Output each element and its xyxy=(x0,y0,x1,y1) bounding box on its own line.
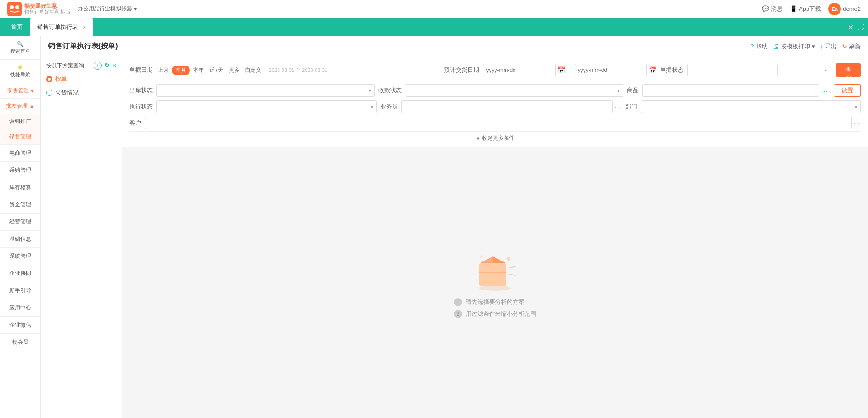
collapse-scheme-button[interactable]: « xyxy=(113,62,116,70)
date-tab-custom[interactable]: 自定义 xyxy=(243,66,264,75)
sidebar-item-operation[interactable]: 经营管理 xyxy=(0,214,40,231)
close-window-icon[interactable]: ✕ xyxy=(848,23,854,32)
empty-state: 1 请先选择要分析的方案 2 用过滤条件来缩小分析范围 xyxy=(454,247,536,318)
sidebar-item-appstore[interactable]: 应用中心 xyxy=(0,299,40,317)
tab-close-icon[interactable]: × xyxy=(83,24,86,30)
ship-status-label: 出库状态 xyxy=(129,86,153,95)
sidebar-item-sales[interactable]: 销售管理 xyxy=(0,129,40,145)
app-download-button[interactable]: 📱 App下载 xyxy=(790,5,821,13)
refresh-button[interactable]: ↻ 刷新 xyxy=(842,43,861,51)
exec-status-select[interactable] xyxy=(156,100,377,113)
dept-select[interactable] xyxy=(641,100,861,113)
page-title: 销售订单执行表(按单) xyxy=(48,42,118,51)
sidebar-item-shortcut[interactable]: ⚡ 快捷导航 xyxy=(0,60,40,83)
ecommerce-label: 电商管理 xyxy=(9,149,31,157)
wholesale-arrow: ▲ xyxy=(29,103,35,109)
salesperson-dots-icon[interactable]: ··· xyxy=(614,103,622,111)
date-range-text: 2023-03-01 至 2023-03-31 xyxy=(267,67,441,74)
sidebar-item-basic[interactable]: 基础信息 xyxy=(0,231,40,248)
export-icon: ↓ xyxy=(821,43,824,50)
system-label: 系统管理 xyxy=(9,252,31,260)
sidebar-item-search[interactable]: 🔍 搜索菜单 xyxy=(0,36,40,60)
help-button[interactable]: ? 帮助 xyxy=(750,43,767,51)
goods-group: ··· 设置 xyxy=(642,84,861,97)
scheme-item-shortage[interactable]: 欠货情况 xyxy=(41,86,122,100)
sidebar-item-marketing[interactable]: 营销推广 xyxy=(0,114,40,129)
empty-tip-2: 2 用过滤条件来缩小分析范围 xyxy=(454,310,536,318)
empty-tip-1: 1 请先选择要分析的方案 xyxy=(454,298,536,306)
goods-label: 商品 xyxy=(627,86,639,95)
tip-num-2: 2 xyxy=(454,310,462,318)
date-separator: — xyxy=(567,67,573,74)
scheme-item-by-order[interactable]: 按单 xyxy=(41,72,122,86)
main-layout: 🔍 搜索菜单 ⚡ 快捷导航 零售管理 ▾ 批发管理 ▲ 营销推广 销售管理 电商… xyxy=(0,36,868,418)
tab-home[interactable]: 首页 xyxy=(4,18,30,36)
forecast-date-end[interactable] xyxy=(575,64,647,76)
content-area: 销售订单执行表(按单) ? 帮助 🖨 按模板打印 ▾ ↓ 导出 ↻ 刷新 xyxy=(41,36,868,418)
settings-button[interactable]: 设置 xyxy=(834,84,861,97)
sidebar-item-system[interactable]: 系统管理 xyxy=(0,248,40,265)
date-filter-group: 单据日期 上月 本月 本年 近7天 更多 自定义 xyxy=(129,66,264,75)
sidebar-item-ecommerce[interactable]: 电商管理 xyxy=(0,145,40,162)
scheme-item-label: 按单 xyxy=(55,75,67,83)
date-tab-last-month[interactable]: 上月 xyxy=(156,66,171,75)
sidebar-sub-marketing[interactable]: 营销推广 xyxy=(0,114,40,129)
avatar: Ea xyxy=(828,3,841,15)
tip-num-1: 1 xyxy=(454,298,462,306)
collab-label: 企业协同 xyxy=(9,270,31,277)
retail-arrow: ▾ xyxy=(31,88,33,94)
forecast-calendar-start-icon[interactable]: 📅 xyxy=(557,66,565,74)
print-button[interactable]: 🖨 按模板打印 ▾ xyxy=(773,43,815,51)
sidebar-item-collab[interactable]: 企业协同 xyxy=(0,265,40,282)
sidebar-item-inventory[interactable]: 库存核算 xyxy=(0,179,40,196)
maximize-window-icon[interactable]: ⛶ xyxy=(857,23,864,31)
wholesale-label: 批发管理 xyxy=(6,102,28,110)
svg-line-9 xyxy=(510,266,515,268)
query-button[interactable]: 查询 xyxy=(836,63,861,77)
date-tab-this-month[interactable]: 本月 xyxy=(172,66,190,75)
sidebar-item-wechat[interactable]: 企业微信 xyxy=(0,317,40,334)
purchase-label: 采购管理 xyxy=(9,166,31,174)
forecast-date-start[interactable] xyxy=(483,64,555,76)
goods-dots-icon[interactable]: ··· xyxy=(821,87,828,95)
breadcrumb[interactable]: 办公用品行业模拟账套 ▾ xyxy=(78,5,137,13)
collapse-icon: ∧ xyxy=(476,135,480,142)
status-select[interactable] xyxy=(687,64,778,76)
export-button[interactable]: ↓ 导出 xyxy=(821,43,837,51)
basic-label: 基础信息 xyxy=(9,235,31,243)
customer-dots-icon[interactable]: ··· xyxy=(854,119,861,127)
sidebar-item-finance[interactable]: 资金管理 xyxy=(0,196,40,214)
tab-sales-order[interactable]: 销售订单执行表 × xyxy=(30,18,93,36)
salesperson-input[interactable] xyxy=(401,100,613,113)
top-bar: 畅捷通好生意 销售订单好生意 标版 办公用品行业模拟账套 ▾ 💬 消息 📱 Ap… xyxy=(0,0,868,18)
sidebar-item-guide[interactable]: 新手引导 xyxy=(0,282,40,299)
ship-status-select[interactable] xyxy=(156,84,375,97)
date-tab-this-year[interactable]: 本年 xyxy=(191,66,206,75)
forecast-calendar-end-icon[interactable]: 📅 xyxy=(649,66,656,74)
right-area: 单据日期 上月 本月 本年 近7天 更多 自定义 2023-03-01 xyxy=(122,55,868,418)
member-label: 畅会员 xyxy=(12,338,28,346)
date-tab-more[interactable]: 更多 xyxy=(226,66,242,75)
customer-input[interactable] xyxy=(145,117,852,129)
goods-input[interactable] xyxy=(642,84,819,97)
sidebar-item-purchase[interactable]: 采购管理 xyxy=(0,162,40,179)
refresh-scheme-button[interactable]: ↻ xyxy=(104,62,110,70)
dept-wrapper: ▾ xyxy=(641,100,861,113)
user-menu[interactable]: Ea demo2 xyxy=(828,3,861,15)
panel-body: 按以下方案查询 + ↻ « 按单 欠货情况 xyxy=(41,55,868,418)
sidebar-item-member[interactable]: 畅会员 xyxy=(0,334,40,351)
receive-status-select[interactable] xyxy=(406,84,624,97)
shortcut-icon: ⚡ xyxy=(17,64,24,71)
customer-group: ··· xyxy=(145,117,861,129)
svg-point-2 xyxy=(15,5,19,9)
sidebar-item-retail[interactable]: 零售管理 ▾ xyxy=(0,83,40,99)
guide-label: 新手引导 xyxy=(9,287,31,294)
sidebar-item-wholesale[interactable]: 批发管理 ▲ xyxy=(0,99,40,114)
add-scheme-button[interactable]: + xyxy=(94,62,102,70)
sidebar-sub-sales[interactable]: 销售管理 xyxy=(0,129,40,145)
message-button[interactable]: 💬 消息 xyxy=(762,5,783,13)
date-tab-7days[interactable]: 近7天 xyxy=(207,66,226,75)
collapse-bar[interactable]: ∧ 收起更多条件 xyxy=(129,131,861,145)
top-bar-left: 畅捷通好生意 销售订单好生意 标版 办公用品行业模拟账套 ▾ xyxy=(7,2,137,16)
settings-btn-wrapper: 设置 xyxy=(834,84,861,97)
